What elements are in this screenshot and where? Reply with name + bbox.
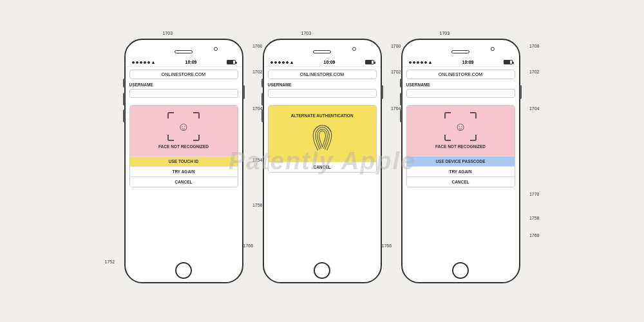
signal-dot5 [147, 61, 150, 64]
side-btn-right-p2 [381, 85, 383, 99]
phone-top-p2 [264, 40, 381, 58]
ref-1700-p2: 1700 [391, 44, 401, 48]
phone-bottom-p2 [314, 259, 330, 282]
url-bar-p2: ONLINESTORE.COM [268, 70, 377, 79]
side-btn-left2-p1 [123, 93, 125, 106]
sig-d4-p2 [282, 61, 285, 64]
sig-d1-p3 [409, 61, 412, 64]
sig-d4-p3 [421, 61, 423, 64]
signal-icons-p2: ▲ [270, 60, 294, 64]
wifi-icon-p3: ▲ [428, 60, 433, 64]
speaker-p2 [313, 50, 331, 53]
signal-dot1 [132, 61, 135, 64]
use-touch-id-btn-p1[interactable]: USE TOUCH ID [130, 156, 238, 166]
face-id-modal-p3: ☺ FACE NOT RECOGNIZED USE DEVICE PASSCOD… [406, 105, 515, 187]
corner-tl-p1 [167, 112, 174, 118]
side-btn-right-p1 [243, 85, 245, 99]
ref-1703-p3: 1703 [440, 31, 450, 35]
try-again-btn-p3[interactable]: TRY AGAIN [407, 166, 515, 176]
ref-1703-p1: 1703 [163, 31, 173, 35]
side-btn-left2-p2 [261, 93, 263, 106]
phone-top-p1 [126, 40, 242, 58]
phone3-wrapper: 1703 1700 1702 1704 1770 1758 1760 1766 [401, 39, 520, 283]
sig-d2-p3 [413, 61, 415, 64]
phone-bottom-p1 [175, 259, 192, 282]
status-time-p3: 10:09 [462, 60, 474, 64]
username-label-p1: USERNAME [129, 82, 238, 87]
face-not-recognized-p1: FACE NOT RECOGNIZED [158, 144, 209, 149]
url-bar-p1: ONLINESTORE.COM [129, 70, 238, 79]
ref-1760-p3: 1760 [529, 233, 540, 238]
phone-body-p2: ONLINESTORE.COM USERNAME ALTERNATE AUTHE… [264, 67, 381, 259]
home-button-p1[interactable] [175, 262, 192, 279]
phone3: ▲ 10:09 ONLINESTORE.COM USERNAME [401, 39, 520, 283]
home-button-p2[interactable] [314, 262, 330, 279]
status-bar-p1: ▲ 10:09 [126, 58, 242, 67]
try-again-btn-p1[interactable]: TRY AGAIN [130, 166, 238, 176]
sig-d2-p2 [274, 61, 277, 64]
phone-body-p3: ONLINESTORE.COM USERNAME ☺ FACE [402, 67, 519, 259]
side-btn-left1-p3 [400, 79, 402, 88]
ref-1700-p1: 1700 [252, 44, 263, 48]
face-smile-p3: ☺ [455, 120, 466, 133]
ref-1754-p1: 1754 [252, 158, 263, 162]
side-btn-left1-p1 [123, 79, 125, 88]
wifi-icon-p1: ▲ [151, 60, 156, 64]
phone2-wrapper: 1703 1700 1702 1704 1766 1764 ▲ [263, 39, 382, 283]
signal-dot3 [140, 61, 142, 64]
cancel-btn-p1[interactable]: CANCEL [130, 176, 238, 187]
status-bar-p2: ▲ 10:09 [264, 58, 381, 67]
ref-1766-p3: 1766 [382, 243, 392, 248]
use-device-passcode-btn-p3[interactable]: USE DEVICE PASSCODE [407, 156, 515, 166]
home-button-p3[interactable] [452, 262, 469, 279]
corner-bl-p3 [444, 135, 451, 141]
ref-1766-p2: 1766 [243, 243, 254, 248]
sig-d5-p3 [424, 61, 427, 64]
camera-p3 [491, 47, 495, 51]
signal-dot4 [144, 61, 146, 64]
diagram-container: 1703 1700 1702 1704 1754 1756 1752 [124, 39, 520, 283]
phone-top-p3 [402, 40, 519, 58]
battery-p3 [504, 60, 513, 64]
ref-1702-p2: 1702 [391, 70, 401, 74]
ref-1700-p3: 1700 [529, 44, 540, 48]
alt-auth-label-p2: ALTERNATE AUTHENTICATION [290, 113, 353, 118]
username-input-p2 [268, 89, 377, 98]
fingerprint-box-p2: ALTERNATE AUTHENTICATION [269, 106, 376, 162]
ref-1702-p1: 1702 [252, 70, 263, 74]
side-btn-left3-p2 [261, 109, 263, 122]
fingerprint-icon-p2 [308, 122, 337, 154]
sig-d3-p3 [417, 61, 419, 64]
ref-1756-p1: 1756 [252, 203, 263, 207]
phone-bottom-p3 [452, 259, 469, 282]
phone-body-p1: ONLINESTORE.COM USERNAME ☺ FACE [126, 67, 242, 259]
phone1: ▲ 10:09 ONLINESTORE.COM USERNAME [124, 39, 243, 283]
side-btn-left1-p2 [261, 79, 263, 88]
face-id-frame-p3: ☺ [444, 112, 477, 141]
ref-1702-p3: 1702 [529, 70, 540, 74]
url-bar-p3: ONLINESTORE.COM [406, 70, 515, 79]
corner-br-p3 [470, 135, 477, 141]
signal-icons-p1: ▲ [132, 60, 156, 64]
camera-p2 [352, 47, 356, 51]
cancel-btn-p2[interactable]: CANCEL [269, 162, 376, 172]
ref-1770-p3: 1770 [529, 192, 540, 196]
face-id-box-p3: ☺ FACE NOT RECOGNIZED [407, 106, 515, 156]
speaker-p3 [451, 50, 469, 53]
phone2: ▲ 10:09 ONLINESTORE.COM USERNAME ALTERNA… [263, 39, 382, 283]
face-id-box-p1: ☺ FACE NOT RECOGNIZED [130, 106, 238, 156]
battery-p2 [365, 60, 374, 64]
sig-d5-p2 [286, 61, 289, 64]
status-bar-p3: ▲ 10:09 [402, 58, 519, 67]
username-input-p3 [406, 89, 515, 98]
face-not-recognized-p3: FACE NOT RECOGNIZED [435, 144, 486, 149]
username-label-p2: USERNAME [268, 82, 377, 87]
spacer-p1 [129, 100, 238, 102]
ref-1752-p1: 1752 [105, 260, 115, 264]
side-btn-right-p3 [520, 85, 522, 99]
wifi-icon-p2: ▲ [290, 60, 294, 64]
cancel-btn-p3[interactable]: CANCEL [407, 176, 515, 187]
face-smile-p1: ☺ [178, 120, 189, 133]
face-id-frame-p1: ☺ [167, 112, 200, 141]
status-time-p2: 10:09 [324, 60, 336, 64]
